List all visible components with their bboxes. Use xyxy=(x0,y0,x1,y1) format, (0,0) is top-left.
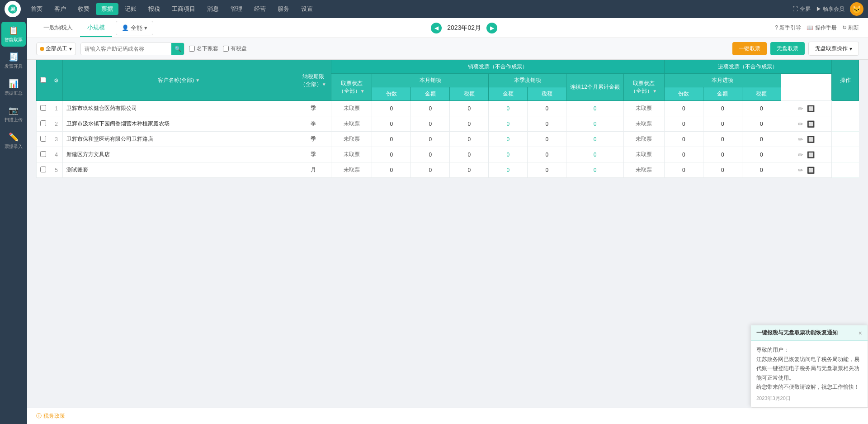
sales-12month-link[interactable]: 0 xyxy=(594,121,597,127)
nav-item-operation[interactable]: 经营 xyxy=(249,3,271,15)
nav-item-invoice[interactable]: 票据 xyxy=(96,3,118,15)
employee-select[interactable]: 全部员工 ▾ xyxy=(36,43,76,55)
view-icon-3[interactable]: 🔲 xyxy=(807,151,815,158)
edit-icon-0[interactable]: ✏ xyxy=(798,105,803,112)
user-avatar[interactable]: 🐱 xyxy=(850,2,863,16)
row-checkbox-3[interactable] xyxy=(40,151,46,157)
nav-item-billing[interactable]: 收费 xyxy=(72,3,95,15)
edit-icon-2[interactable]: ✏ xyxy=(798,136,803,143)
sales-month-shares-cell: 0 xyxy=(372,162,411,178)
sales-month-tax-cell: 0 xyxy=(450,132,489,147)
sidebar-item-scan[interactable]: 📷 扫描上传 xyxy=(1,102,26,127)
sales-quarter-amount-link[interactable]: 0 xyxy=(507,105,510,112)
my-accounts-checkbox[interactable] xyxy=(189,46,195,52)
col-settings-header: ⚙ xyxy=(50,60,63,101)
purchase-fetch-status-cell: 未取票 xyxy=(623,162,664,178)
op-dropdown-arrow: ▾ xyxy=(849,46,852,52)
nav-item-manage[interactable]: 管理 xyxy=(225,3,248,15)
toolbar: 全部员工 ▾ 🔍 名下账套 有税盘 一键取票 无盘取票 无盘取票操作 ▾ xyxy=(27,38,868,60)
sidebar-label-entry: 票据录入 xyxy=(5,143,23,150)
period-prev-button[interactable]: ◀ xyxy=(431,23,442,33)
table-row: 5 测试账套 月 未取票 0 0 0 0 0 0 未取票 0 0 0 ✏ 🔲 xyxy=(37,162,859,178)
nav-right-actions: ⛶ 全屏 ▶ 畅享会员 🐱 xyxy=(793,2,863,16)
sales-month-shares-cell: 0 xyxy=(372,101,411,116)
sales-fetch-status-cell: 未取票 xyxy=(331,101,372,116)
beginner-guide-button[interactable]: ? 新手引导 xyxy=(775,24,801,32)
row-checkbox-4[interactable] xyxy=(40,167,46,172)
nav-item-bookkeeping[interactable]: 记账 xyxy=(119,3,142,15)
edit-icon-1[interactable]: ✏ xyxy=(798,120,803,128)
sidebar-item-smart-fetch[interactable]: 📋 智能取票 xyxy=(1,22,26,47)
notification-body: 尊敬的用户： 江苏政务网已恢复访问电子税务局功能，易代账一键登陆电子税务局与无盘… xyxy=(751,341,868,407)
sales-quarter-amount-link[interactable]: 0 xyxy=(507,121,510,127)
col-group-sales: 销项发票（不合作成票） xyxy=(331,60,665,74)
sidebar-label-invoice-open: 发票开具 xyxy=(5,63,23,70)
nav-item-home[interactable]: 首页 xyxy=(25,3,48,15)
sales-quarter-amount-link[interactable]: 0 xyxy=(507,152,510,158)
sales-month-amount-cell: 0 xyxy=(411,101,450,116)
col-sales-month-tax: 税额 xyxy=(450,87,489,101)
search-button[interactable]: 🔍 xyxy=(171,43,184,55)
nav-item-business[interactable]: 工商项目 xyxy=(166,3,201,15)
purchase-month-amount-cell: 0 xyxy=(703,147,742,162)
app-logo: 易 xyxy=(5,1,21,17)
no-disk-fetch-button[interactable]: 无盘取票 xyxy=(770,42,805,55)
has-tax-disk-checkbox-label[interactable]: 有税盘 xyxy=(223,45,247,52)
view-icon-4[interactable]: 🔲 xyxy=(807,167,815,174)
sales-month-tax-cell: 0 xyxy=(450,162,489,178)
period-next-button[interactable]: ▶ xyxy=(486,23,497,33)
purchase-fetch-status-cell: 未取票 xyxy=(623,116,664,132)
nav-item-service[interactable]: 服务 xyxy=(272,3,295,15)
summary-icon: 📊 xyxy=(9,79,19,89)
fullscreen-button[interactable]: ⛶ 全屏 xyxy=(793,5,810,13)
sales-month-shares-cell: 0 xyxy=(372,132,411,147)
has-tax-disk-checkbox[interactable] xyxy=(223,46,229,52)
sales-quarter-amount-link[interactable]: 0 xyxy=(507,167,510,173)
sidebar-item-invoice-open[interactable]: 🧾 发票开具 xyxy=(1,48,26,73)
one-key-fetch-button[interactable]: 一键取票 xyxy=(732,42,767,55)
refresh-button[interactable]: ↻ 刷新 xyxy=(842,24,859,32)
view-icon-0[interactable]: 🔲 xyxy=(807,105,815,112)
edit-icon-3[interactable]: ✏ xyxy=(798,151,803,158)
tab-general-taxpayer[interactable]: 一般纳税人 xyxy=(36,19,80,37)
sales-quarter-tax-cell: 0 xyxy=(528,162,566,178)
row-checkbox-1[interactable] xyxy=(40,120,46,126)
tab-full-ability[interactable]: 👤 全能 ▾ xyxy=(116,21,153,35)
member-button[interactable]: ▶ 畅享会员 xyxy=(816,5,844,13)
sales-12month-link[interactable]: 0 xyxy=(594,105,597,112)
customer-name-cell: 新建区方方文具店 xyxy=(63,147,295,162)
no-disk-op-button[interactable]: 无盘取票操作 ▾ xyxy=(808,42,859,56)
view-icon-1[interactable]: 🔲 xyxy=(807,120,815,128)
full-ability-icon: 👤 xyxy=(122,24,129,31)
my-accounts-checkbox-label[interactable]: 名下账套 xyxy=(189,45,218,52)
nav-item-customer[interactable]: 客户 xyxy=(49,3,71,15)
notification-close-button[interactable]: × xyxy=(859,329,862,337)
nav-item-message[interactable]: 消息 xyxy=(202,3,224,15)
sales-quarter-amount-link[interactable]: 0 xyxy=(507,136,510,143)
row-checkbox-cell xyxy=(37,101,50,116)
sidebar-label-smart-fetch: 智能取票 xyxy=(5,37,23,43)
edit-icon-4[interactable]: ✏ xyxy=(798,167,803,174)
sidebar-item-summary[interactable]: 📊 票据汇总 xyxy=(1,75,26,100)
search-box: 🔍 xyxy=(80,43,184,55)
row-number: 4 xyxy=(50,147,63,162)
manual-button[interactable]: 📖 操作手册 xyxy=(807,24,836,32)
nav-item-settings[interactable]: 设置 xyxy=(296,3,318,15)
row-checkbox-0[interactable] xyxy=(40,105,46,111)
sidebar-item-entry[interactable]: ✏️ 票据录入 xyxy=(1,129,26,153)
tab-small-scale[interactable]: 小规模 xyxy=(80,19,112,37)
tax-policy-link[interactable]: ⓘ 税务政策 xyxy=(36,412,65,420)
sales-12month-link[interactable]: 0 xyxy=(594,136,597,143)
row-checkbox-2[interactable] xyxy=(40,136,46,142)
search-input[interactable] xyxy=(81,43,171,55)
operation-cell: ✏ 🔲 xyxy=(781,147,831,162)
col-purchase-month-amount: 金额 xyxy=(703,87,742,101)
settings-icon[interactable]: ⚙ xyxy=(54,77,59,84)
select-all-checkbox[interactable] xyxy=(40,77,46,83)
sub-header: 一般纳税人 小规模 👤 全能 ▾ ◀ 2023年02月 ▶ ? 新手引导 📖 操… xyxy=(27,18,868,38)
tax-period-cell: 季 xyxy=(295,116,331,132)
sales-12month-link[interactable]: 0 xyxy=(594,167,597,173)
nav-item-tax[interactable]: 报税 xyxy=(143,3,165,15)
view-icon-2[interactable]: 🔲 xyxy=(807,136,815,143)
sales-12month-link[interactable]: 0 xyxy=(594,152,597,158)
